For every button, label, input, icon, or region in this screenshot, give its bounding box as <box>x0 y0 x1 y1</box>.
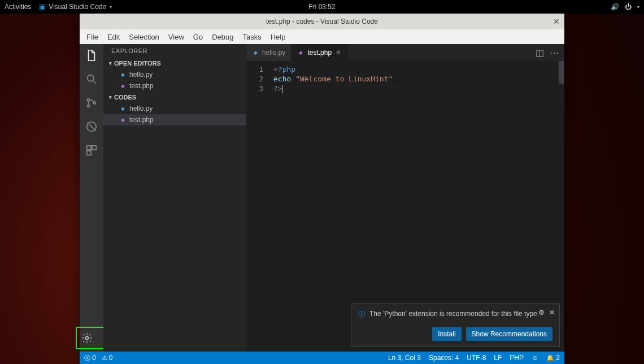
split-editor-icon[interactable]: ◫ <box>536 47 544 58</box>
editor-area: ◆ hello.py ◆ test.php ✕ ◫ ⋯ 1 2 3 <box>246 44 564 352</box>
chevron-down-icon: ▾ <box>110 5 112 10</box>
status-bar: ⓧ0 ⚠0 Ln 3, Col 3 Spaces: 4 UTF-8 LF PHP… <box>80 352 564 364</box>
debug-icon[interactable] <box>85 120 98 133</box>
line-number: 3 <box>246 84 263 93</box>
svg-rect-5 <box>87 146 91 150</box>
status-encoding[interactable]: UTF-8 <box>467 354 486 362</box>
window-close-button[interactable]: ✕ <box>553 17 560 26</box>
line-number: 2 <box>246 74 263 84</box>
menu-tasks[interactable]: Tasks <box>238 32 266 42</box>
tab-close-icon[interactable]: ✕ <box>335 49 342 57</box>
volume-icon[interactable]: 🔊 <box>611 3 619 11</box>
status-notifications-count: 2 <box>556 354 560 362</box>
code-token: echo <box>273 75 295 83</box>
svg-rect-6 <box>92 146 96 150</box>
code-token: php <box>282 65 295 73</box>
code-token: < <box>273 65 278 73</box>
vertical-scrollbar[interactable] <box>559 61 564 84</box>
app-indicator-label: Visual Studio Code <box>49 3 106 11</box>
svg-point-1 <box>87 98 89 101</box>
more-actions-icon[interactable]: ⋯ <box>550 47 559 58</box>
power-icon[interactable]: ⏻ <box>625 3 632 11</box>
activities-button[interactable]: Activities <box>5 3 31 11</box>
explorer-icon[interactable] <box>85 49 98 62</box>
python-file-icon: ◆ <box>119 105 126 112</box>
svg-point-8 <box>86 337 89 340</box>
show-recommendations-button[interactable]: Show Recommendations <box>466 327 552 341</box>
code-token: ; <box>393 75 397 83</box>
vscode-app-icon: ▣ <box>39 3 45 11</box>
menu-bar: File Edit Selection View Go Debug Tasks … <box>80 29 564 44</box>
menu-file[interactable]: File <box>82 32 103 42</box>
notification-gear-icon[interactable]: ⚙ <box>538 309 545 317</box>
sidebar-title: EXPLORER <box>103 44 246 58</box>
source-control-icon[interactable] <box>85 96 98 110</box>
settings-highlight <box>76 327 105 349</box>
line-number: 1 <box>246 64 263 74</box>
status-lncol[interactable]: Ln 3, Col 3 <box>388 354 421 362</box>
menu-view[interactable]: View <box>164 32 189 42</box>
status-errors[interactable]: ⓧ0 <box>84 354 96 362</box>
install-button[interactable]: Install <box>432 327 461 341</box>
status-language[interactable]: PHP <box>510 354 524 362</box>
text-cursor <box>282 85 283 93</box>
status-warnings-count: 0 <box>109 354 113 362</box>
tab-label: hello.py <box>262 49 285 57</box>
chevron-down-icon[interactable]: ▾ <box>637 5 639 10</box>
file-tree-item[interactable]: ◆ test.php <box>103 114 246 125</box>
gear-icon[interactable] <box>80 331 94 345</box>
menu-debug[interactable]: Debug <box>207 32 238 42</box>
open-editor-label: hello.py <box>129 71 153 79</box>
warning-icon: ⚠ <box>102 354 107 362</box>
line-gutter: 1 2 3 <box>246 61 269 352</box>
menu-edit[interactable]: Edit <box>103 32 124 42</box>
explorer-sidebar: EXPLORER OPEN EDITORS ◆ hello.py ◆ test.… <box>103 44 246 352</box>
notification-close-icon[interactable]: ✕ <box>549 309 555 317</box>
code-token: ? <box>278 65 282 73</box>
status-errors-count: 0 <box>92 354 96 362</box>
activity-bar <box>80 44 103 352</box>
file-tree-label: test.php <box>129 116 154 124</box>
folder-header[interactable]: CODES <box>103 92 246 103</box>
vscode-window: test.php - codes - Visual Studio Code ✕ … <box>80 14 564 364</box>
open-editor-label: test.php <box>129 82 154 90</box>
status-notifications[interactable]: 🔔2 <box>546 354 560 362</box>
svg-rect-7 <box>87 151 91 155</box>
search-icon[interactable] <box>85 72 98 86</box>
php-file-icon: ◆ <box>119 116 126 123</box>
menu-go[interactable]: Go <box>189 32 207 42</box>
code-token: > <box>278 84 282 93</box>
status-feedback-icon[interactable]: ☺ <box>532 354 538 362</box>
open-editors-header[interactable]: OPEN EDITORS <box>103 58 246 69</box>
window-title: test.php - codes - Visual Studio Code <box>266 18 378 25</box>
menu-selection[interactable]: Selection <box>124 32 163 42</box>
tab-label: test.php <box>307 49 332 57</box>
info-icon: ⓘ <box>358 310 365 319</box>
svg-point-0 <box>88 75 94 81</box>
svg-point-2 <box>87 105 89 107</box>
file-tree-item[interactable]: ◆ hello.py <box>103 103 246 114</box>
tab-test-php[interactable]: ◆ test.php ✕ <box>291 44 348 61</box>
app-indicator[interactable]: ▣ Visual Studio Code ▾ <box>39 3 112 11</box>
bell-icon: 🔔 <box>546 354 554 362</box>
menu-help[interactable]: Help <box>266 32 290 42</box>
recommendation-notification: ⚙ ✕ ⓘ The 'Python' extension is recommen… <box>351 304 560 347</box>
open-editor-item[interactable]: ◆ test.php <box>103 80 246 92</box>
open-editor-item[interactable]: ◆ hello.py <box>103 69 246 80</box>
php-file-icon: ◆ <box>119 83 126 89</box>
tab-hello-py[interactable]: ◆ hello.py <box>246 44 291 61</box>
status-eol[interactable]: LF <box>494 354 502 362</box>
python-file-icon: ◆ <box>119 71 126 78</box>
status-warnings[interactable]: ⚠0 <box>102 354 113 362</box>
file-tree-label: hello.py <box>129 105 153 112</box>
notification-message: The 'Python' extension is recommended fo… <box>369 310 539 319</box>
gnome-top-bar: Activities ▣ Visual Studio Code ▾ Fri 03… <box>0 0 644 14</box>
python-file-icon: ◆ <box>252 49 259 56</box>
extensions-icon[interactable] <box>85 144 98 157</box>
code-token: "Welcome to LinuxHint" <box>295 75 393 83</box>
status-spaces[interactable]: Spaces: 4 <box>429 354 459 362</box>
code-token: ? <box>273 84 278 93</box>
error-icon: ⓧ <box>84 354 90 362</box>
clock[interactable]: Fri 03:52 <box>308 3 335 11</box>
window-titlebar[interactable]: test.php - codes - Visual Studio Code ✕ <box>80 14 564 29</box>
